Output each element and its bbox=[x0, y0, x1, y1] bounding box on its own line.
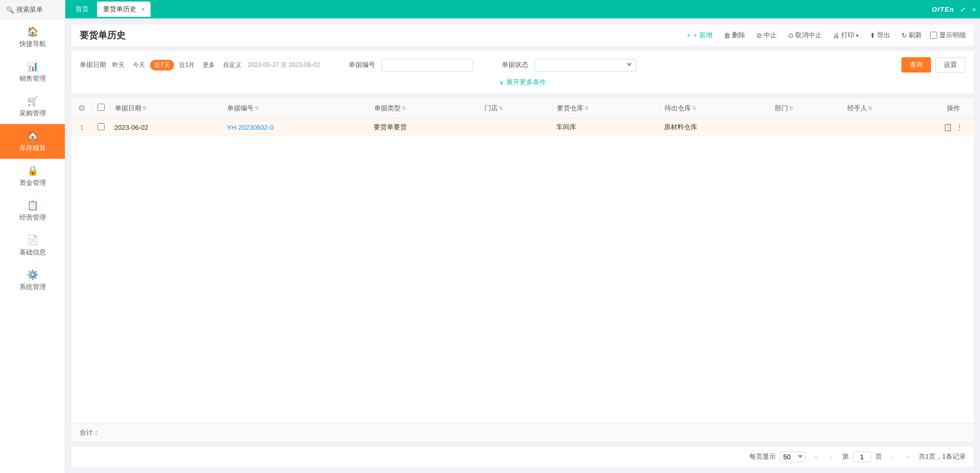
tab-active[interactable]: 要货单历史 × bbox=[97, 2, 151, 17]
tab-bar: 首页 要货单历史 × OfTEn ⤢ × bbox=[65, 0, 980, 18]
date-btn-1month[interactable]: 近1月 bbox=[176, 60, 198, 70]
doc-icon: 📄 bbox=[27, 234, 38, 246]
page-first-btn[interactable]: « bbox=[810, 451, 822, 463]
cancel-stop-button[interactable]: ⊙ 取消中止 bbox=[785, 29, 825, 42]
page-next-btn[interactable]: › bbox=[886, 451, 898, 463]
sidebar-item-basic[interactable]: 📄 基础信息 bbox=[0, 228, 65, 263]
new-button[interactable]: ＋ + 新增 bbox=[682, 29, 716, 42]
maximize-icon[interactable]: ⤢ bbox=[960, 6, 966, 13]
row-checkbox[interactable] bbox=[97, 123, 105, 130]
sort-handler-icon[interactable]: ⇅ bbox=[868, 105, 872, 111]
close-window-icon[interactable]: × bbox=[972, 6, 976, 13]
print-icon: 🖨 bbox=[833, 32, 840, 39]
sidebar-item-operations[interactable]: 📋 经营管理 bbox=[0, 194, 65, 228]
row-req-warehouse: 车间库 bbox=[556, 123, 576, 131]
th-date-label: 单据日期 bbox=[115, 104, 141, 113]
th-pending-warehouse-label: 待出仓库 bbox=[665, 104, 691, 113]
refresh-button[interactable]: ↻ 刷新 bbox=[898, 29, 925, 42]
sidebar-item-finance[interactable]: 🔒 资金管理 bbox=[0, 159, 65, 194]
sidebar-search[interactable]: 🔍 搜索菜单 bbox=[0, 0, 65, 20]
th-pending-warehouse: 待出仓库 ⇅ bbox=[660, 98, 770, 119]
date-btn-yesterday[interactable]: 昨天 bbox=[109, 60, 128, 70]
search-icon: 🔍 bbox=[6, 6, 14, 14]
select-all-checkbox[interactable] bbox=[97, 104, 105, 111]
docno-input[interactable] bbox=[381, 59, 473, 72]
date-btn-7days[interactable]: 近7天 bbox=[150, 60, 174, 70]
per-page-select[interactable]: 10 20 50 100 bbox=[780, 452, 805, 462]
td-req-warehouse: 车间库 bbox=[552, 119, 660, 136]
th-dept-label: 部门 bbox=[775, 104, 788, 113]
filter-area: 单据日期 昨天 今天 近7天 近1月 更多 自定义 2023-05-27 至 2… bbox=[71, 51, 974, 93]
td-type: 要货单要货 bbox=[370, 119, 480, 136]
tab-home[interactable]: 首页 bbox=[69, 2, 95, 17]
row-edit-icon[interactable]: 📋 bbox=[943, 123, 952, 131]
sidebar-item-label: 经营管理 bbox=[19, 213, 46, 222]
expand-more-btn[interactable]: ∨ 展开更多条件 bbox=[80, 78, 966, 87]
filter-buttons: 查询 设置 bbox=[901, 57, 966, 73]
row-more-icon[interactable]: ⋮ bbox=[956, 123, 963, 131]
footer-total-label: 合计： bbox=[80, 428, 100, 437]
display-detail-checkbox[interactable] bbox=[930, 32, 937, 39]
sidebar-item-system[interactable]: ⚙️ 系统管理 bbox=[0, 263, 65, 298]
date-btn-custom[interactable]: 自定义 bbox=[220, 60, 244, 70]
sort-pending-warehouse-icon[interactable]: ⇅ bbox=[692, 105, 696, 111]
table-header-row: ⚙ 单据日期 ⇅ 单据编号 bbox=[71, 98, 974, 119]
sidebar-item-label: 基础信息 bbox=[19, 248, 46, 257]
home-icon: 🏠 bbox=[27, 26, 38, 37]
status-select[interactable] bbox=[534, 59, 636, 72]
sidebar: 🔍 搜索菜单 🏠 快捷导航 📊 销售管理 🛒 采购管理 🏠 库存核算 🔒 资金管… bbox=[0, 0, 65, 473]
export-button[interactable]: ⬆ 导出 bbox=[867, 29, 893, 42]
export-label: 导出 bbox=[877, 31, 890, 40]
th-store: 门店 ⇅ bbox=[480, 98, 553, 119]
row-pending-warehouse: 原材料仓库 bbox=[664, 123, 697, 131]
sort-store-icon[interactable]: ⇅ bbox=[499, 105, 503, 111]
plus-icon: ＋ bbox=[685, 31, 692, 40]
td-handler bbox=[843, 119, 933, 136]
page-unit-label: 页 bbox=[875, 452, 882, 461]
sort-req-warehouse-icon[interactable]: ⇅ bbox=[584, 105, 589, 111]
sidebar-item-quick-nav[interactable]: 🏠 快捷导航 bbox=[0, 20, 65, 55]
data-table: ⚙ 单据日期 ⇅ 单据编号 bbox=[71, 98, 974, 136]
page-label: 第 bbox=[842, 452, 849, 461]
stop-label: 中止 bbox=[764, 31, 777, 40]
th-req-warehouse: 要货仓库 ⇅ bbox=[552, 98, 660, 119]
expand-more-label: 展开更多条件 bbox=[506, 78, 546, 87]
print-button[interactable]: 🖨 打印 ▾ bbox=[830, 29, 862, 42]
row-no-link[interactable]: YH-20230602-0 bbox=[227, 124, 274, 131]
sidebar-item-label: 库存核算 bbox=[19, 144, 46, 153]
refresh-label: 刷新 bbox=[909, 31, 922, 40]
sort-dept-icon[interactable]: ⇅ bbox=[789, 105, 793, 111]
stop-button[interactable]: ⊘ 中止 bbox=[753, 29, 780, 42]
sidebar-item-inventory[interactable]: 🏠 库存核算 bbox=[0, 124, 65, 159]
stop-icon: ⊘ bbox=[756, 32, 762, 39]
page-last-btn[interactable]: » bbox=[902, 451, 915, 463]
th-dept: 部门 ⇅ bbox=[771, 98, 843, 119]
page-number-input[interactable] bbox=[853, 452, 871, 462]
column-settings-icon[interactable]: ⚙ bbox=[78, 104, 85, 112]
tab-close-btn[interactable]: × bbox=[141, 6, 144, 12]
th-type-label: 单据类型 bbox=[374, 104, 401, 113]
page-prev-btn[interactable]: ‹ bbox=[826, 451, 838, 463]
th-store-label: 门店 bbox=[484, 104, 498, 113]
th-handler-label: 经手人 bbox=[847, 104, 867, 113]
query-button[interactable]: 查询 bbox=[901, 57, 931, 73]
delete-button[interactable]: 🗑 删除 bbox=[721, 29, 748, 42]
docno-filter-label: 单据编号 bbox=[349, 60, 375, 69]
page-title: 要货单历史 bbox=[80, 29, 126, 41]
inventory-icon: 🏠 bbox=[27, 130, 38, 141]
brand-label: OfTEn bbox=[932, 6, 954, 13]
sidebar-item-sales[interactable]: 📊 销售管理 bbox=[0, 55, 65, 89]
sidebar-item-purchase[interactable]: 🛒 采购管理 bbox=[0, 89, 65, 124]
sort-date-icon[interactable]: ⇅ bbox=[142, 105, 146, 111]
table-empty-area bbox=[71, 136, 974, 423]
sort-type-icon[interactable]: ⇅ bbox=[402, 105, 406, 111]
table-row: 1 2023-06-02 YH-20230602-0 要货单要货 bbox=[71, 119, 974, 136]
date-btn-more[interactable]: 更多 bbox=[200, 60, 218, 70]
total-info-label: 共1页，1条记录 bbox=[919, 452, 966, 461]
sidebar-item-label: 快捷导航 bbox=[19, 39, 46, 49]
display-detail-toggle[interactable]: 显示明细 bbox=[930, 31, 966, 40]
sort-no-icon[interactable]: ⇅ bbox=[255, 105, 259, 111]
date-btn-today[interactable]: 今天 bbox=[130, 60, 148, 70]
settings-button[interactable]: 设置 bbox=[935, 57, 966, 73]
td-store bbox=[480, 119, 553, 136]
